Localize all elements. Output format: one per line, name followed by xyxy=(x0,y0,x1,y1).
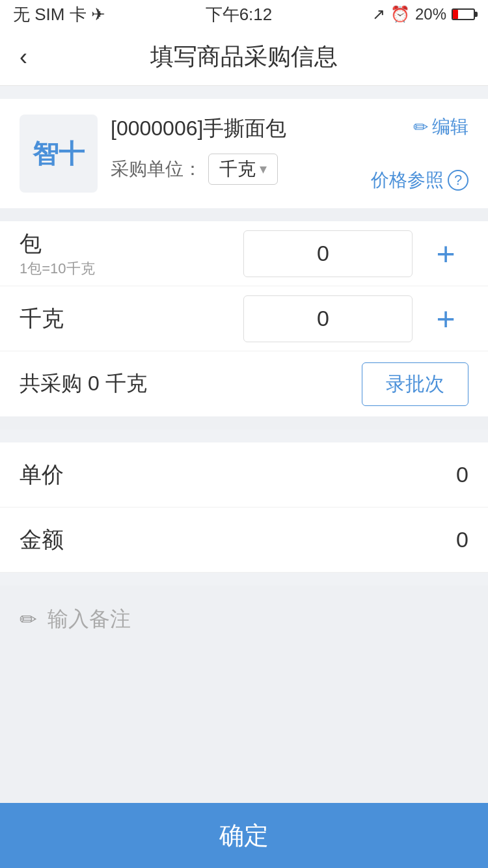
location-icon: ↗ xyxy=(372,5,385,23)
alarm-icon: ⏰ xyxy=(390,5,410,23)
battery-label: 20% xyxy=(415,5,446,23)
package-input-row: 包 1包=10千克 + xyxy=(0,221,488,286)
kg-label: 千克 xyxy=(20,304,98,334)
unit-label: 采购单位： xyxy=(111,157,202,182)
status-bar: 无 SIM 卡 ✈ 下午6:12 ↗ ⏰ 20% xyxy=(0,0,488,29)
amount-label: 金额 xyxy=(20,525,64,555)
input-section: 包 1包=10千克 + 千克 + 共采购 0 千克 录批次 xyxy=(0,221,488,416)
section-divider-2 xyxy=(0,416,488,429)
package-label: 包 1包=10千克 xyxy=(20,229,98,278)
status-time: 下午6:12 xyxy=(206,3,273,26)
kg-input-row: 千克 + xyxy=(0,286,488,351)
status-right: ↗ ⏰ 20% xyxy=(372,5,475,23)
package-field-wrap: + xyxy=(98,230,468,277)
remark-section[interactable]: ✏ 输入备注 xyxy=(0,586,488,653)
package-label-sub: 1包=10千克 xyxy=(20,259,98,278)
edit-button[interactable]: ✏ 编辑 xyxy=(413,115,468,139)
unit-price-row: 单价 0 xyxy=(0,442,488,508)
kg-field-wrap: + xyxy=(98,295,468,342)
package-input[interactable] xyxy=(243,230,413,277)
unit-value: 千克 xyxy=(219,157,256,182)
edit-icon: ✏ xyxy=(413,116,428,138)
price-section: 单价 0 金额 0 xyxy=(0,442,488,573)
product-image: 智十 xyxy=(20,115,98,193)
edit-label: 编辑 xyxy=(432,115,468,139)
record-batch-button[interactable]: 录批次 xyxy=(362,362,468,406)
price-ref-icon: ? xyxy=(448,170,468,191)
amount-row: 金额 0 xyxy=(0,508,488,573)
kg-label-main: 千克 xyxy=(20,304,98,334)
unit-selector[interactable]: 千克 ▾ xyxy=(208,154,278,185)
unit-price-label: 单价 xyxy=(20,460,64,490)
total-row: 共采购 0 千克 录批次 xyxy=(0,351,488,416)
package-plus-button[interactable]: + xyxy=(423,231,468,277)
package-label-main: 包 xyxy=(20,229,98,259)
amount-value: 0 xyxy=(456,527,468,552)
total-label: 共采购 0 千克 xyxy=(20,370,147,398)
nav-bar: ‹ 填写商品采购信息 xyxy=(0,29,488,86)
price-ref-label: 价格参照 xyxy=(371,168,444,193)
sim-wifi-label: 无 SIM 卡 ✈ xyxy=(13,3,105,26)
back-button[interactable]: ‹ xyxy=(13,37,34,77)
unit-price-value: 0 xyxy=(456,462,468,487)
kg-plus-button[interactable]: + xyxy=(423,296,468,342)
page-title: 填写商品采购信息 xyxy=(150,41,338,73)
kg-input[interactable] xyxy=(243,295,413,342)
confirm-button[interactable]: 确定 xyxy=(0,803,488,868)
remark-placeholder: 输入备注 xyxy=(47,605,131,634)
product-logo-text: 智十 xyxy=(33,136,85,172)
product-card: 智十 [0000006]手撕面包 采购单位： 千克 ▾ ✏ 编辑 价格参照 ? xyxy=(0,99,488,208)
price-ref-button[interactable]: 价格参照 ? xyxy=(371,168,468,193)
unit-dropdown-arrow: ▾ xyxy=(260,161,267,178)
battery-icon xyxy=(452,8,475,20)
remark-icon: ✏ xyxy=(20,607,37,632)
status-left: 无 SIM 卡 ✈ xyxy=(13,3,105,26)
section-divider-1 xyxy=(0,208,488,221)
